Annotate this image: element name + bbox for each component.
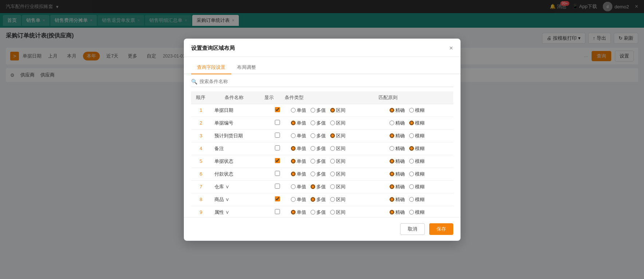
display-checkbox[interactable] [275, 158, 280, 163]
radio-match-exact[interactable]: 精确 [390, 158, 405, 165]
row-display-cell [268, 206, 287, 217]
row-cond-type-cell: 单值多值区间 [287, 155, 386, 168]
table-row: 7仓库 ∨单值多值区间精确模糊 [191, 180, 453, 193]
radio-cond-single[interactable]: 单值 [291, 184, 306, 190]
display-checkbox[interactable] [275, 184, 280, 189]
radio-cond-multi[interactable]: 多值 [311, 158, 326, 165]
radio-cond-multi[interactable]: 多值 [311, 107, 326, 114]
row-match-cell: 精确模糊 [386, 206, 453, 217]
row-match-cell: 精确模糊 [386, 104, 453, 117]
table-row: 6付款状态单值多值区间精确模糊 [191, 168, 453, 180]
radio-match-fuzzy[interactable]: 模糊 [409, 158, 424, 165]
dialog-header: 设置查询区域布局 × [184, 39, 461, 57]
row-cond-type-cell: 单值多值区间 [287, 193, 386, 206]
col-header-name: 条件名称 [210, 91, 257, 104]
radio-cond-range[interactable]: 区间 [330, 158, 345, 165]
row-display-cell [268, 180, 287, 193]
radio-cond-single[interactable]: 单值 [291, 196, 306, 203]
display-checkbox[interactable] [275, 107, 280, 112]
radio-match-fuzzy[interactable]: 模糊 [409, 120, 424, 126]
radio-match-exact[interactable]: 精确 [390, 171, 405, 177]
radio-cond-single[interactable]: 单值 [291, 209, 306, 216]
radio-cond-range[interactable]: 区间 [330, 107, 345, 114]
row-name: 付款状态 [211, 168, 268, 180]
modal-overlay: 设置查询区域布局 × 查询字段设置 布局调整 🔍 顺序 条件名 [0, 0, 644, 279]
display-checkbox[interactable] [275, 196, 280, 201]
radio-cond-range[interactable]: 区间 [330, 184, 345, 190]
table-row: 8商品 ∨单值多值区间精确模糊 [191, 193, 453, 206]
display-checkbox[interactable] [275, 133, 280, 138]
radio-cond-range[interactable]: 区间 [330, 209, 345, 216]
search-input[interactable] [199, 79, 272, 84]
display-checkbox[interactable] [275, 120, 280, 125]
row-name: 预计到货日期 [211, 129, 268, 142]
row-display-cell [268, 142, 287, 155]
radio-cond-single[interactable]: 单值 [291, 145, 306, 152]
radio-cond-single[interactable]: 单值 [291, 171, 306, 177]
row-cond-type-cell: 单值多值区间 [287, 180, 386, 193]
radio-match-exact[interactable]: 精确 [390, 107, 405, 114]
table-row: 1单据日期单值多值区间精确模糊 [191, 104, 453, 117]
radio-match-fuzzy[interactable]: 模糊 [409, 145, 424, 152]
radio-match-fuzzy[interactable]: 模糊 [409, 171, 424, 177]
radio-match-exact[interactable]: 精确 [390, 145, 405, 152]
radio-match-fuzzy[interactable]: 模糊 [409, 184, 424, 190]
radio-match-fuzzy[interactable]: 模糊 [409, 196, 424, 203]
display-checkbox[interactable] [275, 171, 280, 176]
radio-cond-range[interactable]: 区间 [330, 196, 345, 203]
radio-cond-multi[interactable]: 多值 [311, 196, 326, 203]
radio-match-fuzzy[interactable]: 模糊 [409, 133, 424, 139]
settings-dialog: 设置查询区域布局 × 查询字段设置 布局调整 🔍 顺序 条件名 [184, 39, 461, 241]
row-order: 4 [191, 142, 211, 155]
col-header-display: 显示 [257, 91, 281, 104]
radio-cond-single[interactable]: 单值 [291, 158, 306, 165]
radio-cond-single[interactable]: 单值 [291, 133, 306, 139]
table-row: 2单据编号单值多值区间精确模糊 [191, 117, 453, 129]
display-checkbox[interactable] [275, 145, 280, 150]
radio-cond-single[interactable]: 单值 [291, 107, 306, 114]
radio-cond-multi[interactable]: 多值 [311, 209, 326, 216]
radio-cond-multi[interactable]: 多值 [311, 120, 326, 126]
col-header-order: 顺序 [191, 91, 211, 104]
row-cond-type-cell: 单值多值区间 [287, 129, 386, 142]
row-cond-type-cell: 单值多值区间 [287, 206, 386, 217]
radio-match-fuzzy[interactable]: 模糊 [409, 107, 424, 114]
radio-match-exact[interactable]: 精确 [390, 184, 405, 190]
radio-cond-multi[interactable]: 多值 [311, 133, 326, 139]
row-display-cell [268, 104, 287, 117]
table-row: 9属性 ∨单值多值区间精确模糊 [191, 206, 453, 217]
row-order: 9 [191, 206, 211, 217]
row-name: 属性 ∨ [211, 206, 268, 217]
radio-cond-range[interactable]: 区间 [330, 133, 345, 139]
radio-cond-range[interactable]: 区间 [330, 120, 345, 126]
search-icon: 🔍 [191, 79, 197, 85]
row-display-cell [268, 193, 287, 206]
row-cond-type-cell: 单值多值区间 [287, 168, 386, 180]
dialog-close-btn[interactable]: × [449, 44, 453, 52]
main-area: 采购订单统计表(按供应商) 🖨 按模板打印 ▾ ↑ 导出 ↻ 刷新 > 单据日期… [0, 28, 644, 279]
table-scroll-area[interactable]: 1单据日期单值多值区间精确模糊2单据编号单值多值区间精确模糊3预计到货日期单值多… [191, 104, 453, 217]
radio-cond-multi[interactable]: 多值 [311, 171, 326, 177]
row-display-cell [268, 155, 287, 168]
radio-match-exact[interactable]: 精确 [390, 209, 405, 216]
display-checkbox[interactable] [275, 209, 280, 214]
tab-query-fields[interactable]: 查询字段设置 [191, 61, 231, 74]
row-match-cell: 精确模糊 [386, 155, 453, 168]
radio-match-exact[interactable]: 精确 [390, 196, 405, 203]
row-match-cell: 精确模糊 [386, 142, 453, 155]
save-btn[interactable]: 保存 [429, 223, 453, 235]
radio-match-exact[interactable]: 精确 [390, 133, 405, 139]
radio-cond-multi[interactable]: 多值 [311, 145, 326, 152]
radio-match-exact[interactable]: 精确 [390, 120, 405, 126]
radio-cond-range[interactable]: 区间 [330, 145, 345, 152]
radio-cond-single[interactable]: 单值 [291, 120, 306, 126]
tab-layout-adjust[interactable]: 布局调整 [231, 61, 262, 74]
radio-match-fuzzy[interactable]: 模糊 [409, 209, 424, 216]
search-box: 🔍 [191, 79, 453, 87]
radio-cond-multi[interactable]: 多值 [311, 184, 326, 190]
row-cond-type-cell: 单值多值区间 [287, 104, 386, 117]
row-match-cell: 精确模糊 [386, 117, 453, 129]
row-cond-type-cell: 单值多值区间 [287, 142, 386, 155]
radio-cond-range[interactable]: 区间 [330, 171, 345, 177]
cancel-btn[interactable]: 取消 [400, 223, 425, 235]
